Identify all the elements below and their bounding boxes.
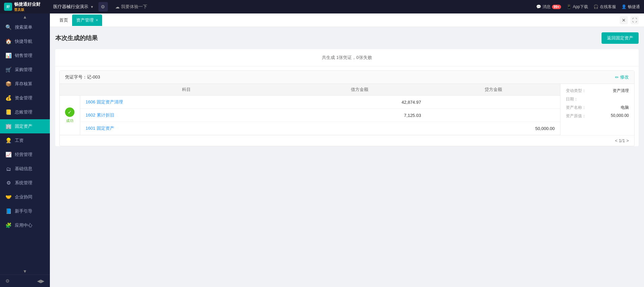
success-label: 成功 bbox=[65, 118, 74, 123]
company-selector[interactable]: 医疗器械行业演示 ▼ ⚙ ☁ 我要体验一下 bbox=[53, 2, 536, 11]
sidebar-item-basic-info[interactable]: 🗂 基础信息 bbox=[0, 162, 50, 176]
sidebar-item-label: 销售管理 bbox=[15, 53, 32, 59]
sidebar-item-appstore[interactable]: 🧩 应用中心 bbox=[0, 218, 50, 232]
voucher-header: 凭证字号：记-003 ✏ 修改 bbox=[60, 71, 634, 84]
logo-icon: 好 bbox=[4, 3, 12, 11]
row1-debit: 42,874.97 bbox=[293, 96, 427, 109]
system-icon: ⚙ bbox=[5, 180, 11, 186]
sidebar-item-label: 应用中心 bbox=[15, 222, 32, 228]
app-name: 畅捷通好业财 bbox=[14, 1, 40, 7]
sidebar-item-ledger[interactable]: 📒 总账管理 bbox=[0, 105, 50, 119]
col-subject: 科目 bbox=[80, 84, 293, 96]
sidebar-item-quicknav[interactable]: 🏠 快捷导航 bbox=[0, 34, 50, 49]
sidebar-nav: 🔍 搜索菜单 🏠 快捷导航 📊 销售管理 🛒 采购管理 📦 库存核算 💰 bbox=[0, 20, 50, 268]
trial-text[interactable]: 我要体验一下 bbox=[121, 4, 147, 10]
col-credit: 贷方金额 bbox=[426, 84, 560, 96]
ledger-icon: 📒 bbox=[5, 109, 11, 115]
success-checkmark-icon: ✓ bbox=[65, 107, 74, 117]
result-panel: 共生成 1张凭证，0张失败 凭证字号：记-003 ✏ 修改 bbox=[55, 49, 639, 146]
asset-name-value: 电脑 bbox=[621, 105, 629, 110]
customer-service-button[interactable]: 🎧 在线客服 bbox=[593, 4, 616, 10]
version-tag: 普及版 bbox=[14, 7, 40, 12]
sidebar-item-payroll[interactable]: 👷 工资 bbox=[0, 133, 50, 148]
info-change-type: 变动类型： 资产清理 bbox=[566, 88, 629, 94]
asset-value-label: 资产原值： bbox=[566, 113, 586, 119]
settings-bottom-icon[interactable]: ⚙ bbox=[5, 278, 10, 284]
row1-subject: 1606 固定资产清理 bbox=[80, 96, 293, 109]
table-row: 1602 累计折旧 7,125.03 bbox=[60, 109, 560, 122]
voucher-side-info: 变动类型： 资产清理 日期： 资产名称： 电脑 bbox=[560, 84, 634, 135]
info-asset-value: 资产原值： 50,000.00 bbox=[566, 113, 629, 119]
message-label: 消息 bbox=[543, 4, 551, 10]
voucher-body: 科目 借方金额 贷方金额 ✓ bbox=[60, 84, 634, 135]
table-row: 1601 固定资产 50,000.00 bbox=[60, 122, 560, 135]
sidebar-item-search[interactable]: 🔍 搜索菜单 bbox=[0, 20, 50, 34]
tab-close-button[interactable]: × bbox=[96, 18, 98, 23]
row3-subject: 1601 固定资产 bbox=[80, 122, 293, 135]
col-status bbox=[60, 84, 80, 96]
panel-expand-button[interactable]: ⛶ bbox=[631, 16, 639, 24]
row2-debit: 7,125.03 bbox=[293, 109, 427, 122]
sidebar-item-operations[interactable]: 📈 经营管理 bbox=[0, 148, 50, 162]
app-download-button[interactable]: 📱 App下载 bbox=[566, 4, 588, 10]
sidebar-item-label: 基础信息 bbox=[15, 166, 32, 172]
username-label: 畅捷通 bbox=[628, 4, 640, 10]
customer-service-label: 在线客服 bbox=[600, 4, 616, 10]
purchase-icon: 🛒 bbox=[5, 67, 11, 73]
pagination-prev[interactable]: < bbox=[615, 138, 618, 143]
return-button[interactable]: 返回固定资产 bbox=[602, 32, 639, 44]
trial-section: ☁ 我要体验一下 bbox=[115, 4, 147, 10]
sidebar-item-guide[interactable]: 📘 新手引导 bbox=[0, 204, 50, 218]
tab-active-label: 资产管理 bbox=[76, 17, 94, 23]
collapse-icon[interactable]: ◀▶ bbox=[37, 278, 44, 284]
sidebar-item-inventory[interactable]: 📦 库存核算 bbox=[0, 77, 50, 91]
sidebar-item-label: 采购管理 bbox=[15, 67, 32, 73]
user-profile-button[interactable]: 👤 畅捷通 bbox=[621, 4, 640, 10]
enterprise-icon: 🤝 bbox=[5, 194, 11, 200]
operations-icon: 📈 bbox=[5, 152, 11, 158]
sidebar: ▲ 🔍 搜索菜单 🏠 快捷导航 📊 销售管理 🛒 采购管理 📦 库存核算 bbox=[0, 13, 50, 287]
asset-value-value: 50,000.00 bbox=[611, 113, 629, 119]
sidebar-item-sales[interactable]: 📊 销售管理 bbox=[0, 49, 50, 63]
sidebar-scroll-down[interactable]: ▼ bbox=[0, 268, 50, 275]
settings-button[interactable]: ⚙ bbox=[98, 2, 108, 11]
row2-credit bbox=[426, 109, 560, 122]
sidebar-item-funds[interactable]: 💰 资金管理 bbox=[0, 91, 50, 105]
sidebar-item-label: 资金管理 bbox=[15, 95, 32, 101]
row1-credit bbox=[426, 96, 560, 109]
table-row: ✓ 成功 1606 固定资产清理 42,874.97 bbox=[60, 96, 560, 109]
voucher-table: 科目 借方金额 贷方金额 ✓ bbox=[60, 84, 560, 135]
voucher-number: 凭证字号：记-003 bbox=[65, 74, 100, 80]
logo: 好 畅捷通好业财 普及版 bbox=[4, 1, 48, 12]
sidebar-scroll-up[interactable]: ▲ bbox=[0, 13, 50, 20]
page-content: 本次生成的结果 返回固定资产 共生成 1张凭证，0张失败 凭证字号：记-003 … bbox=[50, 27, 644, 287]
messages-button[interactable]: 💬 消息 99+ bbox=[536, 4, 561, 10]
row3-credit: 50,000.00 bbox=[426, 122, 560, 135]
company-name: 医疗器械行业演示 bbox=[53, 4, 88, 10]
pagination-next[interactable]: > bbox=[626, 138, 629, 143]
home-icon: 🏠 bbox=[5, 38, 11, 44]
sidebar-item-label: 工资 bbox=[15, 137, 24, 144]
sidebar-item-enterprise[interactable]: 🤝 企业协同 bbox=[0, 190, 50, 204]
voucher-edit-button[interactable]: ✏ 修改 bbox=[615, 74, 629, 80]
payroll-icon: 👷 bbox=[5, 137, 11, 144]
app-download-label: App下载 bbox=[573, 4, 588, 10]
appstore-icon: 🧩 bbox=[5, 222, 11, 228]
col-debit: 借方金额 bbox=[293, 84, 427, 96]
change-type-label: 变动类型： bbox=[566, 88, 586, 94]
top-bar: 好 畅捷通好业财 普及版 医疗器械行业演示 ▼ ⚙ ☁ 我要体验一下 💬 消息 … bbox=[0, 0, 644, 13]
tab-asset-management[interactable]: 资产管理 × bbox=[72, 14, 102, 26]
row2-subject: 1602 累计折旧 bbox=[80, 109, 293, 122]
sales-icon: 📊 bbox=[5, 53, 11, 59]
sidebar-item-label: 总账管理 bbox=[15, 109, 32, 115]
sidebar-item-system[interactable]: ⚙ 系统管理 bbox=[0, 176, 50, 190]
sidebar-item-fixed-assets[interactable]: 🏢 固定资产 bbox=[0, 119, 50, 133]
page-title: 本次生成的结果 bbox=[55, 34, 98, 42]
panel-close-button[interactable]: ✕ bbox=[620, 16, 628, 24]
sidebar-item-label: 固定资产 bbox=[15, 123, 32, 129]
tab-home[interactable]: 首页 bbox=[55, 14, 72, 26]
edit-icon: ✏ bbox=[615, 75, 619, 80]
sidebar-item-label: 新手引导 bbox=[15, 208, 32, 214]
row3-debit bbox=[293, 122, 427, 135]
sidebar-item-purchase[interactable]: 🛒 采购管理 bbox=[0, 63, 50, 77]
